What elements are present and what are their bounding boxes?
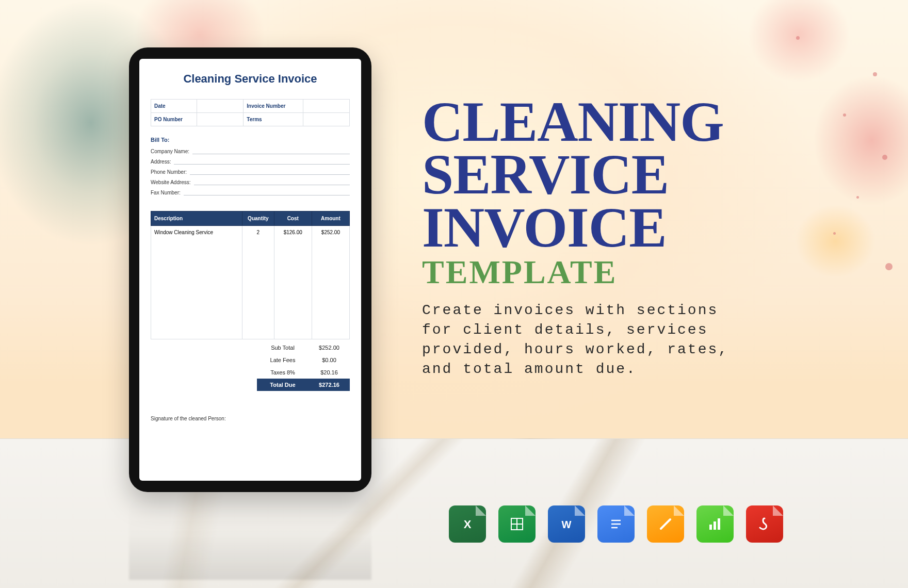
- subtotal-value: $252.00: [309, 341, 350, 354]
- svg-rect-11: [718, 518, 720, 530]
- svg-text:X: X: [464, 518, 472, 531]
- promo-title-line3: INVOICE: [422, 196, 667, 259]
- word-icon[interactable]: W: [548, 505, 585, 543]
- col-amount: Amount: [312, 211, 349, 226]
- google-docs-icon[interactable]: [597, 505, 635, 543]
- svg-rect-9: [709, 525, 712, 530]
- promo-title-sub: TEMPLATE: [422, 257, 835, 288]
- meta-date-label: Date: [151, 100, 197, 113]
- google-sheets-icon[interactable]: [498, 505, 536, 543]
- bill-to-phone-row: Phone Number:: [151, 169, 350, 175]
- speckle: [873, 72, 877, 76]
- total-due-label: Total Due: [257, 379, 309, 391]
- signature-label: Signature of the cleaned Person:: [151, 416, 350, 421]
- svg-rect-10: [714, 521, 716, 530]
- bill-to-website-row: Website Address:: [151, 179, 350, 185]
- svg-line-8: [661, 519, 670, 529]
- table-row: Window Cleaning Service 2 $126.00 $252.0…: [151, 226, 350, 339]
- file-format-icons: X W: [449, 505, 783, 543]
- subtotal-row: Sub Total$252.00: [151, 341, 350, 354]
- svg-text:W: W: [562, 519, 572, 530]
- late-fees-value: $0.00: [309, 354, 350, 366]
- tablet-reflection: [129, 492, 371, 580]
- subtotal-label: Sub Total: [257, 341, 309, 354]
- promo-text-block: CLEANING SERVICE INVOICE TEMPLATE Create…: [422, 95, 835, 379]
- bill-to-website-line: [194, 179, 350, 185]
- total-due-value: $272.16: [309, 379, 350, 391]
- item-amount: $252.00: [312, 226, 349, 339]
- late-fees-label: Late Fees: [257, 354, 309, 366]
- bill-to-website-label: Website Address:: [151, 179, 191, 185]
- meta-po-number-label: PO Number: [151, 113, 197, 126]
- bill-to-address-line: [174, 158, 350, 165]
- bill-to-heading: Bill To:: [151, 137, 350, 143]
- col-description: Description: [151, 211, 242, 226]
- invoice-title: Cleaning Service Invoice: [151, 72, 350, 86]
- totals-block: Sub Total$252.00 Late Fees$0.00 Taxes 8%…: [151, 341, 350, 391]
- excel-icon[interactable]: X: [449, 505, 486, 543]
- col-quantity: Quantity: [242, 211, 274, 226]
- item-quantity: 2: [242, 226, 274, 339]
- items-table: Description Quantity Cost Amount Window …: [151, 211, 350, 339]
- taxes-row: Taxes 8%$20.16: [151, 366, 350, 379]
- meta-po-number-value: [197, 113, 244, 126]
- meta-terms-value: [303, 113, 350, 126]
- bill-to-fax-row: Fax Number:: [151, 189, 350, 195]
- numbers-icon[interactable]: [696, 505, 734, 543]
- item-cost: $126.00: [274, 226, 312, 339]
- tablet-screen: Cleaning Service Invoice Date Invoice Nu…: [139, 59, 361, 481]
- speckle: [843, 113, 846, 117]
- bill-to-address-label: Address:: [151, 159, 171, 165]
- bill-to-fax-label: Fax Number:: [151, 190, 181, 195]
- speckle: [885, 263, 893, 270]
- meta-date-value: [197, 100, 244, 113]
- speckle: [796, 36, 800, 40]
- meta-terms-label: Terms: [244, 113, 303, 126]
- taxes-value: $20.16: [309, 366, 350, 379]
- pdf-icon[interactable]: [746, 505, 783, 543]
- bill-to-fax-line: [184, 189, 350, 195]
- late-fees-row: Late Fees$0.00: [151, 354, 350, 366]
- col-cost: Cost: [274, 211, 312, 226]
- meta-invoice-number-label: Invoice Number: [244, 100, 303, 113]
- bill-to-phone-label: Phone Number:: [151, 169, 187, 175]
- total-due-row: Total Due$272.16: [151, 379, 350, 391]
- speckle: [882, 155, 887, 160]
- bill-to-address-row: Address:: [151, 158, 350, 165]
- promo-description: Create invoices with sections for client…: [422, 301, 737, 379]
- meta-invoice-number-value: [303, 100, 350, 113]
- taxes-label: Taxes 8%: [257, 366, 309, 379]
- invoice-meta-table: Date Invoice Number PO Number Terms: [151, 99, 350, 126]
- speckle: [856, 196, 859, 199]
- bill-to-company-line: [192, 148, 350, 154]
- promo-title: CLEANING SERVICE INVOICE TEMPLATE: [422, 95, 835, 287]
- pages-icon[interactable]: [647, 505, 684, 543]
- tablet-frame: Cleaning Service Invoice Date Invoice Nu…: [129, 47, 371, 492]
- item-description: Window Cleaning Service: [151, 226, 242, 339]
- bill-to-phone-line: [190, 169, 350, 175]
- bill-to-company-label: Company Name:: [151, 149, 189, 154]
- bill-to-company-row: Company Name:: [151, 148, 350, 154]
